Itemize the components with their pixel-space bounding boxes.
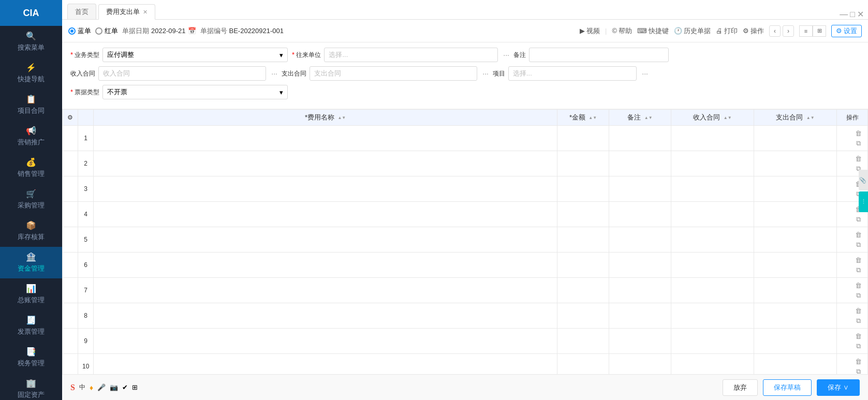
project-more-icon[interactable]: ··· bbox=[642, 69, 648, 78]
radio-red[interactable]: 红单 bbox=[95, 26, 118, 36]
calendar-icon[interactable]: 📅 bbox=[188, 27, 196, 35]
project-input[interactable]: 选择... bbox=[508, 66, 637, 81]
expense-name-cell[interactable] bbox=[94, 151, 557, 176]
delete-row-button[interactable]: 🗑 bbox=[853, 331, 863, 341]
save-draft-button[interactable]: 保存草稿 bbox=[763, 379, 812, 396]
expense-contract-cell[interactable] bbox=[754, 278, 837, 303]
note-cell[interactable] bbox=[609, 176, 671, 202]
list-view-button[interactable]: ≡ bbox=[799, 25, 813, 37]
sidebar-item-fixed-assets[interactable]: 🏢 固定资产 bbox=[0, 373, 62, 400]
amount-cell[interactable] bbox=[557, 126, 609, 151]
note-cell[interactable] bbox=[609, 354, 671, 375]
invoice-type-select[interactable]: 不开票 ▾ bbox=[102, 85, 288, 99]
note-cell[interactable] bbox=[609, 151, 671, 176]
copy-row-button[interactable]: ⧉ bbox=[853, 265, 863, 275]
delete-row-button[interactable]: 🗑 bbox=[853, 305, 863, 316]
income-contract-cell[interactable] bbox=[671, 278, 754, 303]
amount-cell[interactable] bbox=[557, 253, 609, 278]
settings-button[interactable]: ⚙ 设置 bbox=[831, 25, 862, 37]
amount-cell[interactable] bbox=[557, 354, 609, 375]
grid-view-button[interactable]: ⊞ bbox=[813, 25, 826, 37]
expense-name-cell[interactable] bbox=[94, 227, 557, 253]
prev-record-button[interactable]: ‹ bbox=[769, 25, 781, 37]
amount-cell[interactable] bbox=[557, 176, 609, 202]
income-contract-cell[interactable] bbox=[671, 354, 754, 375]
amount-cell[interactable] bbox=[557, 278, 609, 303]
note-cell[interactable] bbox=[609, 303, 671, 329]
counterpart-more-icon[interactable]: ··· bbox=[503, 51, 509, 59]
discard-button[interactable]: 放弃 bbox=[723, 379, 758, 396]
col-header-expense-contract[interactable]: 支出合同 ▲▼ bbox=[754, 110, 837, 126]
mic-icon[interactable]: 🎤 bbox=[97, 383, 106, 391]
save-button[interactable]: 保存 ∨ bbox=[817, 379, 860, 396]
note-cell[interactable] bbox=[609, 227, 671, 253]
delete-row-button[interactable]: 🗑 bbox=[853, 280, 863, 290]
window-maximize-button[interactable]: □ bbox=[850, 10, 855, 19]
expense-name-cell[interactable] bbox=[94, 202, 557, 227]
income-contract-cell[interactable] bbox=[671, 202, 754, 227]
copy-row-button[interactable]: ⧉ bbox=[853, 366, 863, 374]
expense-contract-cell[interactable] bbox=[754, 227, 837, 253]
sidebar-item-project-contract[interactable]: 📋 项目合同 bbox=[0, 89, 62, 121]
delete-row-button[interactable]: 🗑 bbox=[853, 255, 863, 265]
income-contract-cell[interactable] bbox=[671, 329, 754, 354]
note-cell[interactable] bbox=[609, 126, 671, 151]
income-contract-cell[interactable] bbox=[671, 176, 754, 202]
sidebar-item-tax[interactable]: 📑 税务管理 bbox=[0, 342, 62, 373]
shortcuts-button[interactable]: ⌨ 快捷键 bbox=[637, 26, 669, 36]
next-record-button[interactable]: › bbox=[783, 25, 794, 37]
print-button[interactable]: 🖨 打印 bbox=[716, 26, 738, 36]
sidebar-item-ledger[interactable]: 📊 总账管理 bbox=[0, 278, 62, 310]
history-button[interactable]: 🕐 历史单据 bbox=[674, 26, 711, 36]
sidebar-item-quick-nav[interactable]: ⚡ 快捷导航 bbox=[0, 57, 62, 89]
sidebar-item-invoice[interactable]: 🧾 发票管理 bbox=[0, 310, 62, 342]
right-tab-1[interactable]: 📎 bbox=[859, 170, 868, 190]
delete-row-button[interactable]: 🗑 bbox=[853, 229, 863, 240]
amount-cell[interactable] bbox=[557, 227, 609, 253]
window-minimize-button[interactable]: — bbox=[840, 10, 848, 19]
biz-type-select[interactable]: 应付调整 ▾ bbox=[102, 48, 288, 62]
delete-row-button[interactable]: 🗑 bbox=[853, 356, 863, 366]
income-contract-cell[interactable] bbox=[671, 253, 754, 278]
col-header-amount[interactable]: *金额 ▲▼ bbox=[557, 110, 609, 126]
col-header-gear[interactable]: ⚙ bbox=[63, 110, 78, 126]
expense-contract-more-icon[interactable]: ··· bbox=[482, 69, 489, 78]
expense-contract-cell[interactable] bbox=[754, 253, 837, 278]
check-icon[interactable]: ✔ bbox=[122, 383, 128, 391]
expense-name-cell[interactable] bbox=[94, 253, 557, 278]
note-cell[interactable] bbox=[609, 329, 671, 354]
help-button[interactable]: © 帮助 bbox=[612, 26, 632, 36]
counterpart-input[interactable]: 选择... bbox=[324, 48, 498, 62]
tab-expense[interactable]: 费用支出单 ✕ bbox=[98, 4, 155, 20]
income-contract-cell[interactable] bbox=[671, 303, 754, 329]
income-contract-input[interactable]: 收入合同 bbox=[98, 66, 266, 81]
copy-row-button[interactable]: ⧉ bbox=[853, 138, 863, 149]
amount-cell[interactable] bbox=[557, 329, 609, 354]
sidebar-item-search[interactable]: 🔍 搜索菜单 bbox=[0, 26, 62, 57]
expense-contract-cell[interactable] bbox=[754, 202, 837, 227]
note-cell[interactable] bbox=[609, 253, 671, 278]
grid-icon[interactable]: ⊞ bbox=[132, 383, 138, 391]
note-cell[interactable] bbox=[609, 278, 671, 303]
expense-contract-cell[interactable] bbox=[754, 329, 837, 354]
action-button[interactable]: ⚙ 操作 bbox=[743, 26, 764, 36]
expense-contract-cell[interactable] bbox=[754, 126, 837, 151]
expense-name-cell[interactable] bbox=[94, 278, 557, 303]
income-contract-cell[interactable] bbox=[671, 126, 754, 151]
col-header-note[interactable]: 备注 ▲▼ bbox=[609, 110, 671, 126]
expense-name-cell[interactable] bbox=[94, 329, 557, 354]
sidebar-item-fund[interactable]: 🏦 资金管理 bbox=[0, 247, 62, 278]
tab-home[interactable]: 首页 bbox=[67, 4, 96, 19]
remark-input[interactable] bbox=[529, 48, 669, 62]
copy-row-button[interactable]: ⧉ bbox=[853, 341, 863, 351]
expense-name-cell[interactable] bbox=[94, 126, 557, 151]
sidebar-item-purchase[interactable]: 🛒 采购管理 bbox=[0, 184, 62, 215]
expense-contract-cell[interactable] bbox=[754, 303, 837, 329]
amount-cell[interactable] bbox=[557, 303, 609, 329]
copy-row-button[interactable]: ⧉ bbox=[853, 290, 863, 301]
expense-contract-cell[interactable] bbox=[754, 354, 837, 375]
right-tab-2[interactable]: ⋮ bbox=[859, 191, 868, 212]
col-header-income-contract[interactable]: 收入合同 ▲▼ bbox=[671, 110, 754, 126]
income-contract-cell[interactable] bbox=[671, 227, 754, 253]
radio-blue[interactable]: 蓝单 bbox=[68, 26, 91, 36]
